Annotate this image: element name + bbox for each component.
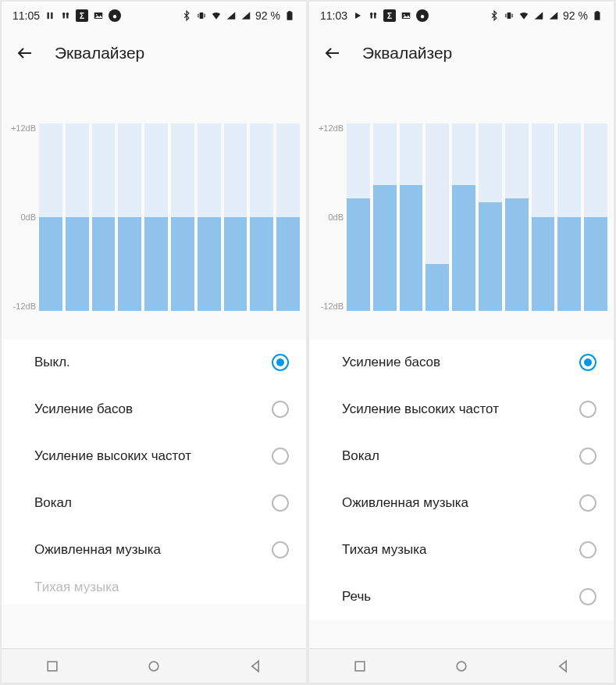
preset-label: Усиление высоких частот	[34, 448, 191, 464]
svg-point-20	[404, 14, 405, 16]
preset-cut[interactable]: Тихая музыка	[2, 573, 306, 605]
app-icon-e: Σ	[383, 9, 396, 22]
eq-bar[interactable]	[479, 123, 502, 311]
svg-rect-26	[355, 662, 365, 671]
battery-icon	[592, 10, 603, 21]
signal2-icon	[240, 10, 251, 21]
preset-option[interactable]: Вокал	[2, 480, 306, 526]
eq-bars[interactable]	[347, 123, 607, 311]
nav-recent[interactable]	[352, 658, 368, 674]
svg-rect-1	[51, 12, 52, 19]
radio-icon[interactable]	[579, 401, 596, 418]
eq-bar[interactable]	[426, 123, 449, 311]
svg-rect-13	[48, 662, 57, 671]
eq-bar[interactable]	[400, 123, 423, 311]
radio-icon[interactable]	[579, 541, 596, 558]
preset-label: Речь	[342, 589, 371, 605]
eq-bar[interactable]	[171, 123, 194, 311]
nav-bar	[309, 648, 614, 683]
radio-icon[interactable]	[272, 541, 289, 558]
eq-bar[interactable]	[250, 123, 273, 311]
radio-icon[interactable]	[579, 588, 596, 605]
preset-option[interactable]: Усиление басов	[2, 386, 306, 433]
preset-option[interactable]: Оживленная музыка	[309, 480, 614, 526]
preset-option[interactable]: Тихая музыка	[309, 526, 614, 573]
equalizer-chart: +12dB 0dB -12dB	[309, 77, 614, 334]
eq-bar[interactable]	[452, 123, 475, 311]
radio-icon[interactable]	[272, 401, 289, 418]
y-axis-labels: +12dB 0dB -12dB	[315, 123, 347, 311]
eq-bar[interactable]	[532, 123, 555, 311]
bluetooth-icon	[181, 10, 192, 21]
preset-option[interactable]: Усиление высоких частот	[2, 433, 306, 480]
eq-bar[interactable]	[144, 123, 168, 311]
preset-label: Тихая музыка	[342, 542, 426, 558]
nav-home[interactable]	[454, 658, 469, 674]
preset-option[interactable]: Оживленная музыка	[2, 526, 306, 573]
preset-label: Выкл.	[34, 355, 70, 370]
eq-bar[interactable]	[373, 123, 397, 311]
preset-list: Выкл.Усиление басовУсиление высоких част…	[2, 339, 306, 573]
preset-label: Усиление басов	[34, 401, 133, 417]
image-icon	[401, 10, 411, 21]
preset-label: Вокал	[34, 495, 72, 511]
radio-icon[interactable]	[272, 448, 289, 465]
svg-rect-23	[512, 14, 513, 18]
status-time: 11:03	[320, 9, 347, 22]
signal2-icon	[548, 10, 559, 21]
eq-bar[interactable]	[505, 123, 529, 311]
battery-icon	[284, 10, 295, 21]
vibrate-icon	[196, 10, 207, 21]
svg-rect-4	[63, 15, 65, 19]
radio-icon[interactable]	[579, 354, 596, 371]
radio-icon[interactable]	[579, 494, 596, 512]
eq-bar[interactable]	[347, 123, 370, 311]
header: Эквалайзер	[309, 30, 614, 77]
radio-icon[interactable]	[272, 354, 289, 371]
status-bar: 11:03 Σ ● 92 %	[309, 2, 614, 30]
radio-icon[interactable]	[272, 494, 289, 512]
app-icon-o: ●	[109, 9, 121, 22]
nav-back[interactable]	[247, 658, 263, 674]
preset-option[interactable]: Вокал	[309, 433, 614, 480]
eq-bar[interactable]	[39, 123, 62, 311]
vibrate-icon	[504, 10, 515, 21]
back-button[interactable]	[322, 42, 344, 64]
eq-bar[interactable]	[66, 123, 89, 311]
svg-rect-12	[288, 11, 291, 12]
nav-home[interactable]	[146, 658, 162, 674]
page-title: Эквалайзер	[362, 44, 452, 62]
battery-text: 92 %	[255, 9, 280, 22]
preset-option[interactable]: Усиление басов	[309, 339, 614, 386]
eq-bar[interactable]	[224, 123, 247, 311]
eq-bar[interactable]	[118, 123, 141, 311]
eq-bar[interactable]	[557, 123, 581, 311]
eq-bar[interactable]	[198, 123, 221, 311]
status-bar: 11:05 Σ ● 92 %	[2, 2, 306, 30]
wifi-icon	[518, 10, 529, 21]
header: Эквалайзер	[2, 30, 306, 77]
eq-bars[interactable]	[39, 123, 300, 311]
svg-rect-25	[596, 11, 599, 12]
nav-recent[interactable]	[45, 658, 60, 674]
signal-icon	[226, 10, 237, 21]
eq-bar[interactable]	[584, 123, 607, 311]
nav-back[interactable]	[555, 658, 571, 674]
bluetooth-icon	[489, 10, 500, 21]
svg-rect-22	[505, 14, 506, 18]
svg-rect-11	[287, 12, 293, 20]
pause-icon	[45, 10, 55, 21]
preset-option[interactable]: Усиление высоких частот	[309, 386, 614, 433]
svg-rect-24	[595, 12, 600, 20]
eq-bar[interactable]	[276, 123, 300, 311]
preset-option[interactable]: Речь	[309, 573, 614, 620]
wifi-icon	[211, 10, 222, 21]
phone-right: 11:03 Σ ● 92 % Эквалайзер +12dB 0dB	[309, 2, 614, 683]
radio-icon[interactable]	[579, 448, 596, 465]
svg-rect-9	[198, 14, 198, 18]
preset-option[interactable]: Выкл.	[2, 339, 306, 386]
eq-bar[interactable]	[92, 123, 116, 311]
back-button[interactable]	[14, 42, 36, 64]
svg-rect-17	[371, 15, 372, 19]
nav-bar	[2, 648, 306, 683]
